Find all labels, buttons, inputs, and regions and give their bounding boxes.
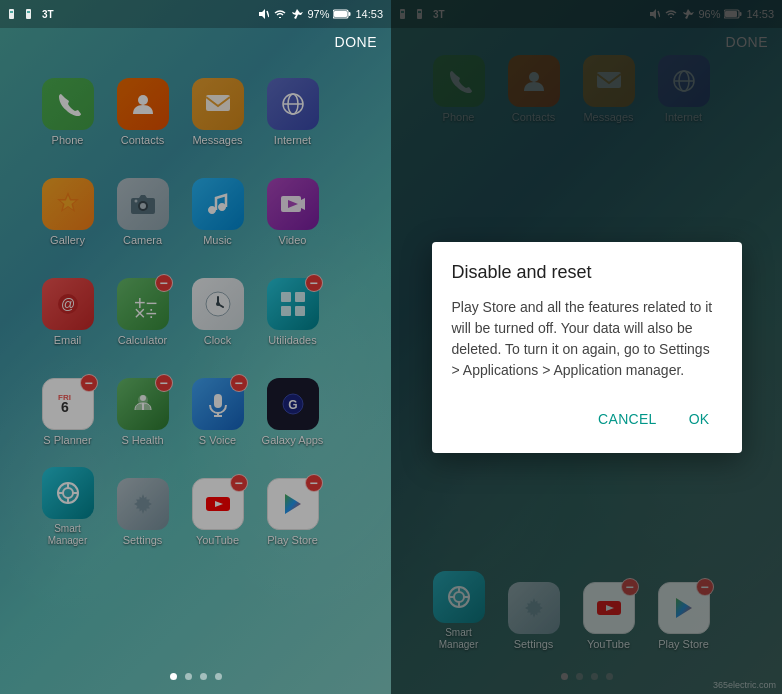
app-camera-label: Camera xyxy=(123,234,162,247)
dialog-buttons: CANCEL OK xyxy=(452,397,722,445)
app-shealth-label: S Health xyxy=(121,434,163,447)
svg-text:6: 6 xyxy=(61,399,69,415)
clock-icon xyxy=(192,278,244,330)
remove-badge-utilidades: − xyxy=(305,274,323,292)
sound-icon xyxy=(257,8,269,20)
app-svoice[interactable]: − S Voice xyxy=(180,355,255,455)
smartmanager-icon-left xyxy=(42,467,94,519)
nav-dot-4-left xyxy=(215,673,222,680)
app-galaxyapps[interactable]: G Galaxy Apps xyxy=(255,355,330,455)
left-status-right: 97% 14:53 xyxy=(257,8,383,20)
nav-dots-left xyxy=(0,673,391,680)
svg-marker-22 xyxy=(301,198,305,210)
camera-icon xyxy=(117,178,169,230)
svg-marker-4 xyxy=(259,9,265,19)
app-music[interactable]: Music xyxy=(180,155,255,255)
app-phone[interactable]: Phone xyxy=(30,55,105,155)
airplane-icon xyxy=(291,8,303,20)
app-internet-label: Internet xyxy=(274,134,311,147)
app-email[interactable]: @ Email xyxy=(30,255,105,355)
time-left: 14:53 xyxy=(355,8,383,20)
disable-reset-dialog: Disable and reset Play Store and all the… xyxy=(432,242,742,453)
app-email-label: Email xyxy=(54,334,82,347)
svg-rect-10 xyxy=(206,95,230,111)
app-youtube-left-label: YouTube xyxy=(196,534,239,547)
left-phone-screen: 3T 97% 14:53 DONE Phone xyxy=(0,0,391,694)
nav-dot-1-left xyxy=(170,673,177,680)
dialog-overlay: Disable and reset Play Store and all the… xyxy=(391,0,782,694)
app-contacts[interactable]: Contacts xyxy=(105,55,180,155)
app-gallery-label: Gallery xyxy=(50,234,85,247)
remove-badge-splanner: − xyxy=(80,374,98,392)
nav-dot-3-left xyxy=(200,673,207,680)
app-splanner-label: S Planner xyxy=(43,434,91,447)
app-settings-left-label: Settings xyxy=(123,534,163,547)
svg-marker-49 xyxy=(285,494,301,514)
app-galaxyapps-label: Galaxy Apps xyxy=(262,434,324,447)
done-button-left[interactable]: DONE xyxy=(331,28,381,56)
svg-point-30 xyxy=(216,302,220,306)
app-video[interactable]: Video xyxy=(255,155,330,255)
email-icon: @ xyxy=(42,278,94,330)
dialog-body: Play Store and all the features related … xyxy=(452,297,722,381)
app-splanner[interactable]: FRI6 − S Planner xyxy=(30,355,105,455)
svg-rect-3 xyxy=(27,11,30,13)
app-playstore-left-label: Play Store xyxy=(267,534,318,547)
app-calculator-label: Calculator xyxy=(118,334,168,347)
app-utilidades[interactable]: − Utilidades xyxy=(255,255,330,355)
svg-rect-31 xyxy=(281,292,291,302)
svg-text:@: @ xyxy=(60,296,74,312)
wifi-icon xyxy=(273,8,287,20)
sim2-icon xyxy=(25,8,39,20)
app-youtube-left[interactable]: − YouTube xyxy=(180,455,255,555)
nav-dot-2-left xyxy=(185,673,192,680)
app-utilidades-label: Utilidades xyxy=(268,334,316,347)
svg-rect-0 xyxy=(9,9,14,19)
left-status-bar: 3T 97% 14:53 xyxy=(0,0,391,28)
sim1-icon xyxy=(8,8,22,20)
ok-button[interactable]: OK xyxy=(677,401,722,437)
app-shealth[interactable]: − S Health xyxy=(105,355,180,455)
svg-point-19 xyxy=(134,199,137,202)
app-smartmanager-left-label: SmartManager xyxy=(48,523,87,547)
app-internet[interactable]: Internet xyxy=(255,55,330,155)
app-messages-label: Messages xyxy=(192,134,242,147)
app-clock-label: Clock xyxy=(204,334,232,347)
app-playstore-left[interactable]: − Play Store xyxy=(255,455,330,555)
svg-rect-39 xyxy=(214,394,222,408)
svg-line-5 xyxy=(267,11,269,17)
app-messages[interactable]: Messages xyxy=(180,55,255,155)
app-smartmanager-left[interactable]: SmartManager xyxy=(30,455,105,555)
galaxyapps-icon: G xyxy=(267,378,319,430)
app-svoice-label: S Voice xyxy=(199,434,236,447)
svg-rect-1 xyxy=(10,11,13,13)
messages-icon xyxy=(192,78,244,130)
svg-rect-2 xyxy=(26,9,31,19)
settings-icon-left xyxy=(117,478,169,530)
svg-text:×÷: ×÷ xyxy=(134,302,157,318)
remove-badge-youtube-left: − xyxy=(230,474,248,492)
right-phone-screen: 3T 96% 14:53 DONE Phone Contacts xyxy=(391,0,782,694)
app-video-label: Video xyxy=(279,234,307,247)
app-clock[interactable]: Clock xyxy=(180,255,255,355)
svg-rect-33 xyxy=(281,306,291,316)
phone-icon xyxy=(42,78,94,130)
app-calculator[interactable]: +−×÷ − Calculator xyxy=(105,255,180,355)
svg-rect-34 xyxy=(295,306,305,316)
battery-icon-left xyxy=(333,8,351,20)
dialog-title: Disable and reset xyxy=(452,262,722,283)
app-camera[interactable]: Camera xyxy=(105,155,180,255)
app-phone-label: Phone xyxy=(52,134,84,147)
remove-badge-calculator: − xyxy=(155,274,173,292)
remove-badge-shealth: − xyxy=(155,374,173,392)
svg-text:G: G xyxy=(288,398,297,412)
app-gallery[interactable]: Gallery xyxy=(30,155,105,255)
remove-badge-playstore-left: − xyxy=(305,474,323,492)
app-settings-left[interactable]: Settings xyxy=(105,455,180,555)
svg-point-38 xyxy=(140,395,146,401)
svg-rect-8 xyxy=(334,11,347,17)
svg-rect-32 xyxy=(295,292,305,302)
cancel-button[interactable]: CANCEL xyxy=(586,401,669,437)
status-left-icons: 3T xyxy=(8,8,54,20)
battery-percent-left: 97% xyxy=(307,8,329,20)
